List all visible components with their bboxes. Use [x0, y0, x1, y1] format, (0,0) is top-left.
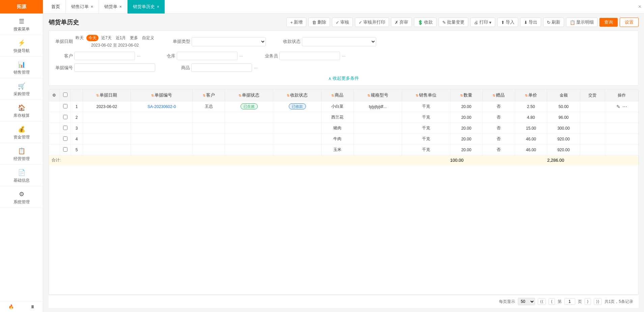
footer-empty-11: [580, 155, 605, 165]
tab-sales-history-close[interactable]: ×: [157, 4, 159, 9]
doc-type-select[interactable]: [192, 37, 266, 46]
th-goods[interactable]: ⇅商品: [321, 89, 354, 101]
footer-label-cell: 合计:: [49, 155, 83, 165]
th-checkbox[interactable]: [60, 89, 71, 101]
th-doc-no[interactable]: ⇅单据编号: [131, 89, 193, 101]
edit-action-icon[interactable]: ✎: [616, 104, 620, 109]
row-checkbox[interactable]: [63, 104, 67, 108]
new-icon: +: [290, 20, 293, 25]
settings-button[interactable]: 设置: [620, 18, 639, 27]
td-sales-unit: 千克: [402, 101, 450, 112]
select-all-checkbox[interactable]: [63, 93, 67, 97]
row-checkbox[interactable]: [63, 147, 67, 152]
filter-customer-item: 客户 ···: [54, 52, 141, 60]
export-button[interactable]: ⬇ 导出: [520, 18, 541, 27]
sidebar-item-biz-mgmt[interactable]: 📋 经营管理: [0, 143, 43, 165]
td-checkbox[interactable]: [60, 145, 71, 155]
tab-sales-order[interactable]: 销售订单 ×: [66, 0, 99, 14]
doc-no-input[interactable]: [74, 63, 155, 72]
tab-sales-history[interactable]: 销货单历史 ×: [128, 0, 165, 14]
warehouse-input[interactable]: [177, 52, 237, 60]
per-page-select[interactable]: 50 100: [518, 298, 535, 305]
prev-page-btn[interactable]: ⟨: [549, 298, 555, 305]
th-gift[interactable]: ⇅赠品: [482, 89, 515, 101]
first-page-btn[interactable]: ⟨⟨: [538, 298, 546, 305]
tabs-bar-right: ×: [638, 4, 641, 10]
th-sales-unit[interactable]: ⇅销售单位: [402, 89, 450, 101]
delete-button[interactable]: 🗑 删除: [308, 18, 330, 27]
pagination-bar: 每页显示 50 100 ⟨⟨ ⟨ 第 页 ⟩ ⟩⟩ 共1页，5条记录: [49, 295, 639, 308]
customer-picker-icon[interactable]: ···: [137, 53, 141, 58]
more-action-icon[interactable]: ⋯: [622, 104, 627, 109]
row-checkbox[interactable]: [63, 126, 67, 130]
td-checkbox[interactable]: [60, 123, 71, 134]
shortcut-7days[interactable]: 近7天: [100, 35, 113, 41]
show-detail-button[interactable]: 📋 显示明细: [566, 18, 597, 27]
window-close-btn[interactable]: ×: [638, 4, 641, 10]
collapse-button[interactable]: ∧ 收起更多条件: [328, 75, 359, 81]
th-settings[interactable]: ⚙: [49, 89, 60, 101]
th-customer[interactable]: ⇅客户: [193, 89, 225, 101]
th-collect-status[interactable]: ⇅收款状态: [273, 89, 321, 101]
td-doc-no[interactable]: [131, 145, 193, 155]
query-button[interactable]: 查询: [599, 18, 618, 27]
td-doc-no[interactable]: [131, 112, 193, 123]
sidebar-item-inventory-calc[interactable]: 🏠 库存核算: [0, 100, 43, 122]
sidebar-item-sales-mgmt[interactable]: 📊 销售管理: [0, 57, 43, 78]
td-doc-no[interactable]: SA-20230602-0: [131, 101, 193, 112]
td-doc-no[interactable]: [131, 123, 193, 134]
footer-total-quantity: 100.00: [450, 155, 482, 165]
th-doc-date[interactable]: ⇅单据日期: [83, 89, 131, 101]
row-checkbox[interactable]: [63, 136, 67, 141]
th-doc-status[interactable]: ⇅单据状态: [225, 89, 273, 101]
tab-home[interactable]: 首页: [46, 0, 66, 14]
collect-status-select[interactable]: [302, 37, 376, 46]
td-checkbox[interactable]: [60, 134, 71, 145]
page-input[interactable]: [564, 298, 575, 305]
next-page-btn[interactable]: ⟩: [585, 298, 591, 305]
td-goods: 小白菜: [321, 101, 354, 112]
sidebar-item-quick-nav[interactable]: ⚡ 快捷导航: [0, 35, 43, 57]
sidebar-logo: 拓源: [0, 0, 43, 14]
footer-pause-icon[interactable]: ⏸: [30, 304, 35, 309]
shortcut-today[interactable]: 今天: [86, 35, 99, 41]
sidebar-item-sys-mgmt[interactable]: ⚙ 系统管理: [0, 186, 43, 208]
tab-sales-goods[interactable]: 销货单 ×: [99, 0, 128, 14]
salesman-picker-icon[interactable]: ···: [342, 53, 346, 58]
batch-change-button[interactable]: ✎ 批量变更: [439, 18, 468, 27]
th-unit-price[interactable]: ⇅单价: [515, 89, 547, 101]
sidebar-item-fund-mgmt[interactable]: 💰 资金管理: [0, 122, 43, 143]
shortcut-yesterday[interactable]: 昨天: [74, 35, 85, 41]
shortcut-1month[interactable]: 近1月: [114, 35, 128, 41]
warehouse-picker-icon[interactable]: ···: [240, 53, 243, 58]
row-checkbox[interactable]: [63, 115, 67, 119]
last-page-btn[interactable]: ⟩⟩: [594, 298, 602, 305]
tab-sales-goods-close[interactable]: ×: [119, 4, 122, 9]
tab-sales-order-close[interactable]: ×: [91, 4, 93, 9]
td-doc-no[interactable]: [131, 134, 193, 145]
shortcut-custom[interactable]: 自定义: [141, 35, 156, 41]
goods-input[interactable]: [191, 63, 252, 72]
th-action: 操作: [605, 89, 638, 101]
collect-button[interactable]: 💲 收款: [414, 18, 437, 27]
sidebar-item-basic-info[interactable]: 📄 基础信息: [0, 165, 43, 186]
import-button[interactable]: ⬆ 导入: [497, 18, 518, 27]
shortcut-more[interactable]: 更多: [129, 35, 139, 41]
audit-button[interactable]: ✓ 审核: [332, 18, 353, 27]
td-checkbox[interactable]: [60, 112, 71, 123]
th-spec-type[interactable]: ⇅规格型号: [354, 89, 402, 101]
footer-fire-icon[interactable]: 🔥: [8, 304, 14, 309]
goods-picker-icon[interactable]: ···: [254, 65, 258, 70]
customer-input[interactable]: [74, 52, 135, 60]
sidebar-item-purchase-mgmt[interactable]: 🛒 采购管理: [0, 78, 43, 100]
print-dropdown-icon: ▾: [489, 20, 492, 25]
audit-print-button[interactable]: ✓ 审核并打印: [355, 18, 389, 27]
th-quantity[interactable]: ⇅数量: [450, 89, 482, 101]
new-button[interactable]: + 新增: [286, 18, 306, 27]
salesman-input[interactable]: [279, 52, 340, 60]
refresh-button[interactable]: ↻ 刷新: [543, 18, 564, 27]
print-button[interactable]: 🖨 打印 ▾: [470, 18, 495, 27]
td-checkbox[interactable]: [60, 101, 71, 112]
abandon-button[interactable]: ✗ 弃审: [391, 18, 412, 27]
sidebar-item-search-menu[interactable]: ☰ 搜索菜单: [0, 14, 43, 35]
